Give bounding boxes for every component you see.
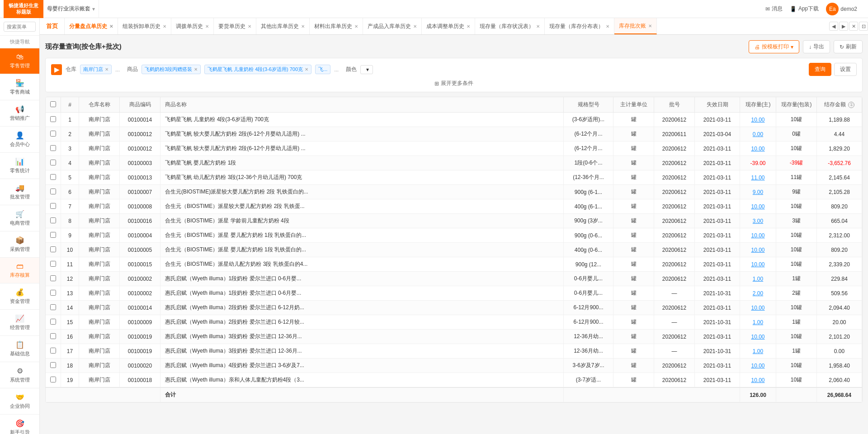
row-checkbox[interactable] <box>50 232 56 238</box>
tab-现存量库存分布[interactable]: 现存量（库存分布表） ✕ <box>545 18 614 34</box>
row-checkbox[interactable] <box>50 275 56 281</box>
sidebar-item-members[interactable]: 👤 会员中心 <box>0 127 39 153</box>
tab-库存批次账[interactable]: 库存批次账 ✕ <box>614 18 657 34</box>
row-stock-main[interactable]: 1.00 <box>740 344 776 359</box>
tab-close-icon[interactable]: ✕ <box>248 24 251 29</box>
tab-close-icon[interactable]: ✕ <box>301 24 305 29</box>
row-stock-main[interactable]: 10.00 <box>740 243 776 257</box>
row-checkbox-cell[interactable] <box>46 344 61 359</box>
tab-home[interactable]: 首页 <box>40 18 65 34</box>
warehouse-ellipsis[interactable]: ... <box>115 66 120 73</box>
row-stock-main[interactable]: 1.00 <box>740 315 776 330</box>
select-all-checkbox[interactable] <box>50 101 56 107</box>
row-checkbox-cell[interactable] <box>46 272 61 286</box>
row-stock-main[interactable]: 3.00 <box>740 214 776 228</box>
row-stock-main[interactable]: 10.00 <box>740 142 776 156</box>
row-checkbox-cell[interactable] <box>46 142 61 156</box>
tab-close-icon[interactable]: ✕ <box>354 24 358 29</box>
row-checkbox-cell[interactable] <box>46 315 61 330</box>
row-checkbox[interactable] <box>50 362 56 368</box>
export-btn[interactable]: ↓ 导出 <box>803 40 830 53</box>
row-stock-main[interactable]: 2.00 <box>740 286 776 301</box>
sidebar-item-retail-stats[interactable]: 📊 零售统计 <box>0 153 39 179</box>
sidebar-item-inventory[interactable]: 🗃 库存核算 <box>0 258 39 283</box>
row-checkbox[interactable] <box>50 203 56 209</box>
product-tag-2-close[interactable]: ✕ <box>305 67 308 72</box>
row-checkbox[interactable] <box>50 377 56 382</box>
row-stock-main[interactable]: 10.00 <box>740 228 776 243</box>
row-checkbox[interactable] <box>50 217 56 223</box>
row-checkbox-cell[interactable] <box>46 214 61 228</box>
row-checkbox-cell[interactable] <box>46 156 61 170</box>
row-stock-main[interactable]: 10.00 <box>740 359 776 373</box>
row-stock-main[interactable]: 10.00 <box>740 373 776 388</box>
sidebar-item-marketing[interactable]: 📢 营销推广 <box>0 100 39 127</box>
sidebar-item-system[interactable]: ⚙ 系统管理 <box>0 362 39 388</box>
row-checkbox[interactable] <box>50 160 56 165</box>
tab-组装拆卸单历史[interactable]: 组装拆卸单历史 ✕ <box>118 18 171 34</box>
message-btn[interactable]: ✉ 消息 <box>765 5 783 13</box>
sidebar-item-finance[interactable]: 💰 资金管理 <box>0 283 39 310</box>
tab-close-icon[interactable]: ✕ <box>109 24 113 29</box>
warehouse-tag-close[interactable]: ✕ <box>105 67 108 72</box>
tab-其他出库单历史[interactable]: 其他出库单历史 ✕ <box>256 18 310 34</box>
sidebar-item-enterprise-collab[interactable]: 🤝 企业协同 <box>0 388 39 415</box>
row-stock-main[interactable]: 10.00 <box>740 257 776 272</box>
sidebar-item-retail[interactable]: 🛍 零售管理 <box>0 48 39 74</box>
row-checkbox-cell[interactable] <box>46 257 61 272</box>
row-checkbox[interactable] <box>50 290 56 296</box>
tab-close-icon[interactable]: ✕ <box>648 24 652 28</box>
tab-分量盘点单历史[interactable]: 分量盘点单历史 ✕ <box>65 18 118 34</box>
balance-info-icon[interactable]: ① <box>848 102 854 108</box>
sidebar-item-new-user[interactable]: 🎯 新手引导 <box>0 415 39 434</box>
tab-材料出库单历史[interactable]: 材料出库单历史 ✕ <box>310 18 363 34</box>
product-ellipsis[interactable]: ... <box>334 66 339 73</box>
row-checkbox-cell[interactable] <box>46 113 61 127</box>
row-stock-main[interactable]: 11.00 <box>740 170 776 185</box>
row-stock-main[interactable]: 9.00 <box>740 185 776 199</box>
row-checkbox-cell[interactable] <box>46 170 61 185</box>
row-checkbox-cell[interactable] <box>46 373 61 388</box>
row-stock-main[interactable]: 10.00 <box>740 330 776 344</box>
sidebar-item-operations[interactable]: 📈 经营管理 <box>0 310 39 336</box>
tab-产成品入库单历史[interactable]: 产成品入库单历史 ✕ <box>363 18 422 34</box>
color-dropdown[interactable]: ▾ <box>360 65 373 74</box>
sidebar-item-quick-nav[interactable]: 快捷导航 <box>0 36 39 48</box>
row-checkbox[interactable] <box>50 116 56 122</box>
row-checkbox[interactable] <box>50 189 56 194</box>
row-checkbox-cell[interactable] <box>46 243 61 257</box>
expand-filter-btn[interactable]: ▶ <box>51 64 62 75</box>
tab-现存量库存状况[interactable]: 现存量（库存状况表） ✕ <box>475 18 545 34</box>
tab-成本调整单历史[interactable]: 成本调整单历史 ✕ <box>422 18 475 34</box>
row-checkbox-cell[interactable] <box>46 199 61 214</box>
sidebar-item-purchase[interactable]: 📦 采购管理 <box>0 231 39 258</box>
settings-btn[interactable]: 设置 <box>834 63 857 76</box>
tab-调拨单历史[interactable]: 调拨单历史 ✕ <box>171 18 214 34</box>
tab-close-icon[interactable]: ✕ <box>205 24 209 29</box>
row-stock-main[interactable]: 1.00 <box>740 272 776 286</box>
tab-close-icon[interactable]: ✕ <box>163 24 166 29</box>
sidebar-item-wholesale[interactable]: 🚚 批发管理 <box>0 179 39 205</box>
refresh-btn[interactable]: ↻ 刷新 <box>834 40 863 53</box>
row-checkbox-cell[interactable] <box>46 228 61 243</box>
tab-close-icon[interactable]: ✕ <box>467 24 470 29</box>
sidebar-item-mall[interactable]: 🏪 零售商城 <box>0 74 39 100</box>
tab-要货单历史[interactable]: 要货单历史 ✕ <box>214 18 256 34</box>
sidebar-item-ecommerce[interactable]: 🛒 电商管理 <box>0 205 39 231</box>
row-checkbox-cell[interactable] <box>46 185 61 199</box>
tab-close-all[interactable]: ✕ <box>849 22 858 31</box>
row-checkbox[interactable] <box>50 131 56 137</box>
query-btn[interactable]: 查询 <box>809 63 831 76</box>
product-tag-1-close[interactable]: ✕ <box>194 67 198 72</box>
tab-maximize[interactable]: ⊡ <box>859 22 868 31</box>
sidebar-item-basic-info[interactable]: 📋 基础信息 <box>0 336 39 362</box>
row-checkbox-cell[interactable] <box>46 127 61 142</box>
tab-close-icon[interactable]: ✕ <box>413 24 417 29</box>
row-stock-main[interactable]: 10.00 <box>740 113 776 127</box>
row-checkbox[interactable] <box>50 333 56 339</box>
user-avatar-area[interactable]: Ea demo2 <box>826 3 857 15</box>
print-btn[interactable]: 🖨 按模板打印 ▾ <box>749 40 799 53</box>
enterprise-selector[interactable]: 母婴行业演示账套 ▾ <box>43 0 99 18</box>
tab-close-icon[interactable]: ✕ <box>536 24 540 29</box>
row-checkbox[interactable] <box>50 319 56 325</box>
